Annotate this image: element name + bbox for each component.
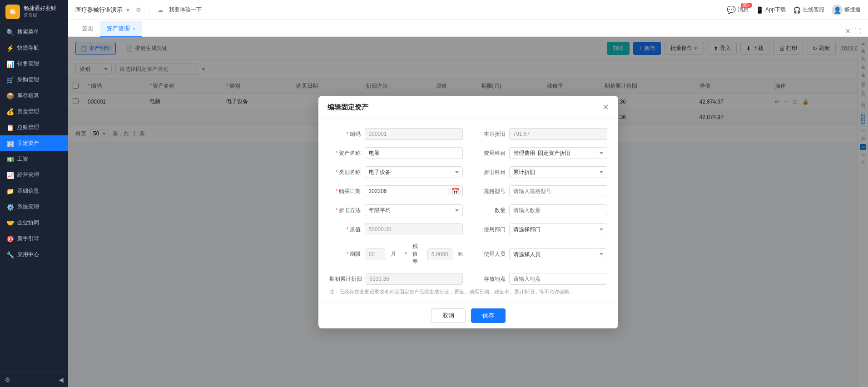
- sidebar-item-sales[interactable]: 📊销售管理: [0, 56, 68, 72]
- dept-select[interactable]: 请选择部门: [509, 223, 607, 235]
- trial-label[interactable]: 我要体验一下: [169, 6, 202, 14]
- form-row-location: 存放地点: [474, 273, 607, 285]
- sidebar-item-label: 系统管理: [17, 203, 39, 211]
- sidebar-item-label: 总账管理: [17, 124, 39, 131]
- tab-asset-management[interactable]: 资产管理 ×: [100, 21, 142, 37]
- app-edition: 普及版: [24, 12, 56, 19]
- form-row-purchase-date: * 购买日期 📅: [329, 185, 463, 197]
- basic-icon: 📁: [6, 188, 14, 195]
- system-icon: ⚙️: [6, 203, 14, 211]
- residual-input[interactable]: [427, 248, 452, 260]
- dept-label: 使用部门: [474, 226, 506, 233]
- form-row-spec: 规格型号: [474, 185, 607, 197]
- sidebar-item-finance[interactable]: 💰资金管理: [0, 104, 68, 119]
- sidebar-item-guide[interactable]: 🎯新手引导: [0, 231, 68, 247]
- code-input[interactable]: [365, 128, 463, 140]
- sidebar-item-label: 资金管理: [17, 108, 39, 115]
- cancel-button[interactable]: 取消: [431, 308, 466, 323]
- app-logo: 畅: [5, 5, 20, 19]
- service-label: 在线客服: [803, 6, 824, 14]
- form-note: 注：已经存在变更记录或者对应固定资产已经生成凭证，原值、购买日期、残值率、累计折…: [329, 285, 607, 297]
- period-unit: 月: [391, 250, 396, 258]
- sidebar-item-inventory[interactable]: 📦库存核算: [0, 88, 68, 104]
- guide-icon: 🎯: [6, 235, 14, 243]
- edit-asset-modal: 编辑固定资产 ✕ * 编码 本月折旧: [318, 96, 618, 328]
- form-row-name: * 资产名称: [329, 147, 463, 159]
- sidebar-item-operation[interactable]: 📈经营管理: [0, 167, 68, 183]
- purchase-icon: 🛒: [6, 76, 14, 84]
- salary-icon: 💵: [6, 156, 14, 163]
- search-icon: 🔍: [6, 29, 14, 36]
- sidebar-item-general[interactable]: 📋总账管理: [0, 119, 68, 135]
- form-grid: * 编码 本月折旧 * 资产名称: [329, 128, 607, 285]
- category-select[interactable]: 电子设备: [365, 166, 463, 178]
- user-name: 畅捷通: [844, 6, 861, 14]
- window-expand-icon[interactable]: ⛶: [854, 28, 861, 35]
- message-btn[interactable]: 💬 消息 99+: [727, 5, 749, 14]
- expense-label: 费用科目: [474, 149, 506, 157]
- modal-close-btn[interactable]: ✕: [602, 102, 609, 112]
- sidebar-item-app_center[interactable]: 🔧应用中心: [0, 247, 68, 263]
- location-input[interactable]: [509, 273, 607, 285]
- sidebar-item-basic[interactable]: 📁基础信息: [0, 183, 68, 199]
- tab-close-icon[interactable]: ×: [133, 26, 135, 31]
- sidebar-item-purchase[interactable]: 🛒采购管理: [0, 72, 68, 88]
- sidebar-item-label: 新手引导: [17, 235, 39, 243]
- sidebar-item-label: 基础信息: [17, 187, 39, 195]
- sales-icon: 📊: [6, 60, 14, 68]
- fixed-icon: 🏢: [6, 140, 14, 147]
- sidebar-item-search[interactable]: 🔍搜索菜单: [0, 24, 68, 40]
- form-row-period-residual: * 期限 月 * 残值率 %: [329, 243, 463, 266]
- page-area: 📋 资产明细 📄 变更生成凭证 刘账 + 新增 批量操作 ▼: [68, 37, 868, 387]
- sidebar-item-label: 应用中心: [17, 251, 39, 258]
- app-download-btn[interactable]: 📱 App下载: [756, 6, 786, 14]
- method-select[interactable]: 年限平均: [365, 204, 463, 216]
- name-input[interactable]: [365, 147, 463, 159]
- customer-service-btn[interactable]: 🎧 在线客服: [793, 6, 824, 14]
- calendar-icon[interactable]: 📅: [448, 188, 462, 195]
- category-label: * 类别名称: [329, 169, 361, 176]
- tab-home[interactable]: 首页: [75, 21, 100, 37]
- method-label: * 折旧方法: [329, 207, 361, 214]
- sidebar-item-quick[interactable]: ⚡快捷导航: [0, 40, 68, 56]
- spec-label: 规格型号: [474, 188, 506, 195]
- window-close-icon[interactable]: ✕: [845, 27, 851, 35]
- quick-icon: ⚡: [6, 45, 14, 52]
- industry-label: 医疗器械行业演示: [75, 6, 123, 14]
- period-input[interactable]: [365, 248, 385, 260]
- app_center-icon: 🔧: [6, 251, 14, 258]
- service-icon: 🎧: [793, 6, 801, 14]
- accumulated-input[interactable]: [366, 273, 463, 285]
- download-icon: 📱: [756, 6, 764, 14]
- expense-select[interactable]: 管理费用_固定资产折旧: [509, 147, 607, 159]
- spec-input[interactable]: [509, 185, 607, 197]
- purchase-date-label: * 购买日期: [329, 188, 361, 195]
- quantity-input[interactable]: [509, 204, 607, 216]
- sidebar-item-label: 销售管理: [17, 60, 39, 68]
- residual-unit: %: [458, 251, 463, 258]
- dep-subject-select[interactable]: 累计折旧: [509, 166, 607, 178]
- settings-gear-icon[interactable]: ⚙: [136, 6, 141, 13]
- save-button[interactable]: 保存: [471, 308, 506, 323]
- person-select[interactable]: 请选择人员: [509, 248, 607, 260]
- sidebar-item-salary[interactable]: 💵工资: [0, 151, 68, 167]
- sidebar-item-collab[interactable]: 🤝企业协同: [0, 215, 68, 231]
- inventory-icon: 📦: [6, 92, 14, 99]
- sidebar-item-system[interactable]: ⚙️系统管理: [0, 199, 68, 215]
- original-input[interactable]: [365, 223, 463, 235]
- collab-icon: 🤝: [6, 219, 14, 227]
- settings-icon[interactable]: ⚙: [5, 376, 10, 383]
- trial-separator: |: [149, 6, 150, 13]
- sidebar-item-fixed[interactable]: 🏢固定资产: [0, 135, 68, 151]
- sidebar-item-label: 经营管理: [17, 171, 39, 179]
- general-icon: 📋: [6, 124, 14, 131]
- sidebar-header: 畅 畅捷通好业财 普及版: [0, 0, 68, 24]
- avatar: 👤: [832, 5, 843, 15]
- user-menu[interactable]: 👤 畅捷通: [832, 5, 861, 15]
- collapse-icon[interactable]: ◀: [59, 376, 64, 383]
- industry-dropdown-icon[interactable]: ▼: [125, 7, 130, 13]
- trial-icon: ☁: [157, 6, 164, 14]
- monthly-dep-input[interactable]: [509, 128, 607, 140]
- purchase-date-input[interactable]: [365, 186, 448, 197]
- form-row-person: 使用人员 请选择人员: [474, 243, 607, 266]
